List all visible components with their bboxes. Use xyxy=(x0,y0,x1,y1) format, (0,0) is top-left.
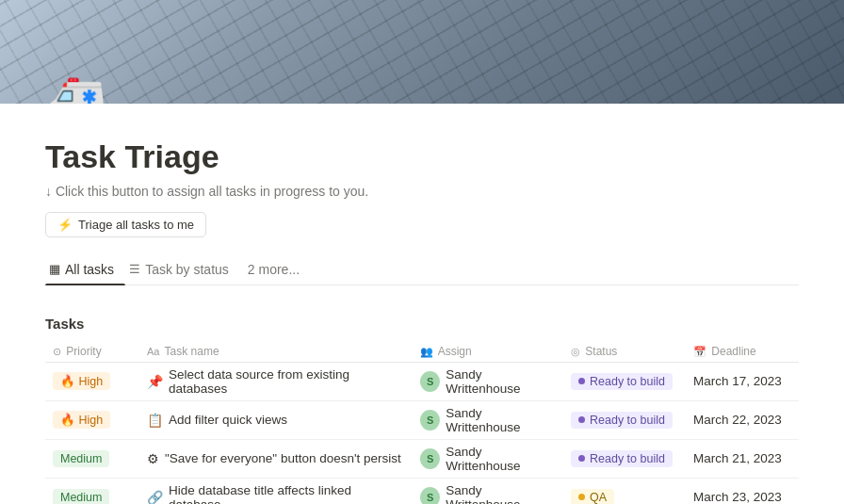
page-subtitle: ↓ Click this button to assign all tasks … xyxy=(45,184,799,199)
col-header-priority[interactable]: ⊙ Priority xyxy=(45,341,139,363)
cell-assignee[interactable]: SSandy Writtenhouse xyxy=(413,400,563,439)
assignee-name: Sandy Writtenhouse xyxy=(446,367,556,396)
cell-task-name[interactable]: ⚙"Save for everyone" button doesn't pers… xyxy=(139,439,413,478)
cell-deadline: March 22, 2023 xyxy=(686,400,799,439)
assignee-name: Sandy Writtenhouse xyxy=(446,483,556,504)
tab-all-tasks-icon: ▦ xyxy=(49,262,60,276)
col-header-status[interactable]: ◎ Status xyxy=(563,341,686,363)
cell-status[interactable]: Ready to build xyxy=(563,362,686,400)
table-row[interactable]: 🔥 High📋Add filter quick viewsSSandy Writ… xyxy=(45,400,799,439)
triage-icon: ⚡ xyxy=(57,218,73,232)
status-dot xyxy=(578,494,585,500)
avatar: S xyxy=(420,487,440,504)
avatar: S xyxy=(420,448,440,469)
table-title: Tasks xyxy=(45,316,799,332)
table-row[interactable]: Medium🔗Hide database title affects linke… xyxy=(45,478,799,504)
tabs-row: ▦ All tasks ☰ Task by status 2 more... xyxy=(45,256,799,285)
cell-priority[interactable]: 🔥 High xyxy=(45,362,139,400)
cell-priority[interactable]: Medium xyxy=(45,478,139,504)
status-badge: QA xyxy=(571,489,614,504)
triage-button[interactable]: ⚡ Triage all tasks to me xyxy=(45,212,206,237)
cell-status[interactable]: QA xyxy=(563,478,686,504)
task-type-icon: 📋 xyxy=(147,413,163,428)
assignee-name: Sandy Writtenhouse xyxy=(446,445,556,473)
status-badge: Ready to build xyxy=(571,450,673,467)
cell-assignee[interactable]: SSandy Writtenhouse xyxy=(413,478,563,504)
cell-assignee[interactable]: SSandy Writtenhouse xyxy=(413,439,563,478)
status-badge: Ready to build xyxy=(571,412,673,429)
assignee-name: Sandy Writtenhouse xyxy=(446,406,556,434)
cell-deadline: March 17, 2023 xyxy=(686,362,799,400)
page-icon: 🚑 xyxy=(45,73,106,104)
tasks-table: ⊙ Priority Aa Task name 👥 Assign ◎ Statu… xyxy=(45,341,799,504)
col-header-deadline[interactable]: 📅 Deadline xyxy=(686,341,799,363)
task-name-text: Add filter quick views xyxy=(169,413,287,427)
avatar: S xyxy=(420,371,440,392)
tab-by-status-icon: ☰ xyxy=(129,262,140,276)
task-name-text: "Save for everyone" button doesn't persi… xyxy=(165,451,401,465)
status-badge: Ready to build xyxy=(571,373,673,390)
task-name-text: Select data source from existing databas… xyxy=(169,367,405,396)
col-header-assign[interactable]: 👥 Assign xyxy=(413,341,563,363)
avatar: S xyxy=(420,410,440,431)
cell-task-name[interactable]: 🔗Hide database title affects linked data… xyxy=(139,478,413,504)
hero-banner: 🚑 xyxy=(0,0,844,104)
task-type-icon: 🔗 xyxy=(147,490,163,504)
table-row[interactable]: Medium⚙"Save for everyone" button doesn'… xyxy=(45,439,799,478)
table-header-row: ⊙ Priority Aa Task name 👥 Assign ◎ Statu… xyxy=(45,341,799,363)
task-type-icon: 📌 xyxy=(147,374,163,389)
cell-deadline: March 23, 2023 xyxy=(686,478,799,504)
tab-task-by-status[interactable]: ☰ Task by status xyxy=(125,256,240,285)
cell-deadline: March 21, 2023 xyxy=(686,439,799,478)
cell-priority[interactable]: Medium xyxy=(45,439,139,478)
table-row[interactable]: 🔥 High📌Select data source from existing … xyxy=(45,362,799,400)
tab-all-tasks[interactable]: ▦ All tasks xyxy=(45,256,125,285)
tab-more[interactable]: 2 more... xyxy=(240,256,307,285)
status-dot xyxy=(578,416,585,423)
cell-task-name[interactable]: 📋Add filter quick views xyxy=(139,400,413,439)
cell-priority[interactable]: 🔥 High xyxy=(45,400,139,439)
status-dot xyxy=(578,455,585,462)
page-title: Task Triage xyxy=(45,138,799,176)
task-name-text: Hide database title affects linked datab… xyxy=(169,483,405,504)
cell-task-name[interactable]: 📌Select data source from existing databa… xyxy=(139,362,413,400)
col-header-task[interactable]: Aa Task name xyxy=(139,341,413,363)
cell-status[interactable]: Ready to build xyxy=(563,439,686,478)
task-type-icon: ⚙ xyxy=(147,451,159,466)
cell-assignee[interactable]: SSandy Writtenhouse xyxy=(413,362,563,400)
status-dot xyxy=(578,378,585,384)
cell-status[interactable]: Ready to build xyxy=(563,400,686,439)
table-section: Tasks ⊙ Priority Aa Task name 👥 Assign ◎ xyxy=(0,316,844,504)
